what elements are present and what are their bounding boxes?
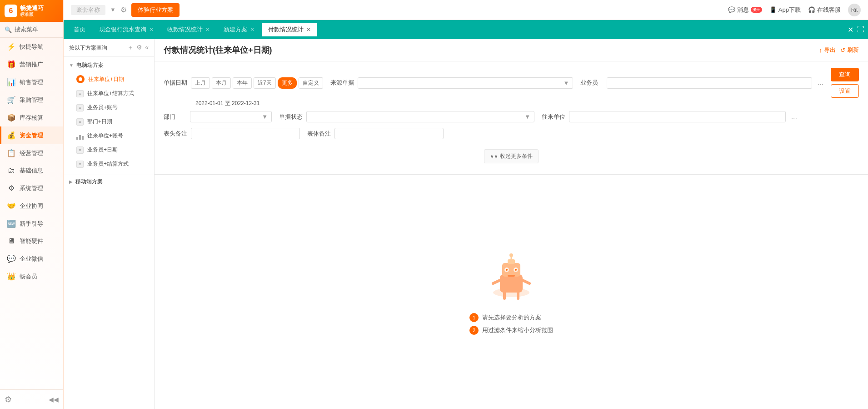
tab-receipt-stats-close[interactable]: ✕ <box>205 26 210 33</box>
sidebar-item-label: 库存核算 <box>20 114 43 122</box>
collapse-button[interactable]: ∧∧ 收起更多条件 <box>484 149 539 163</box>
tab-home[interactable]: 首页 <box>67 23 92 36</box>
page-header: 付款情况统计(往来单位+日期) ↑ 导出 ↺ 刷新 <box>155 39 868 61</box>
source-select[interactable]: ▼ <box>358 77 574 89</box>
date-btn-custom[interactable]: 自定义 <box>299 77 323 89</box>
sidebar-item-quick-nav[interactable]: ⚡ 快捷导航 <box>0 38 63 56</box>
salesman-input[interactable] <box>607 77 812 89</box>
partner-dots[interactable]: ... <box>791 113 797 121</box>
sidebar-search-label: 搜索菜单 <box>15 25 38 34</box>
system-icon: ⚙ <box>7 184 16 192</box>
date-btn-last-month[interactable]: 上月 <box>191 77 210 89</box>
sidebar-item-inventory[interactable]: 📦 库存核算 <box>0 109 63 126</box>
step-2-number: 2 <box>469 326 479 335</box>
dept-select[interactable]: ▼ <box>190 111 272 122</box>
sidebar-item-system[interactable]: ⚙ 系统管理 <box>0 179 63 197</box>
tab-new-scheme-close[interactable]: ✕ <box>250 26 254 33</box>
sidebar-item-marketing[interactable]: 🎁 营销推广 <box>0 56 63 73</box>
tab-expand-icon[interactable]: ⛶ <box>857 25 864 34</box>
user-avatar: Rit <box>848 4 861 16</box>
scheme-item-label: 业务员+账号 <box>87 104 118 111</box>
scheme-mobile-group-title[interactable]: ▶ 移动端方案 <box>64 175 154 188</box>
source-dropdown-icon: ▼ <box>563 80 569 86</box>
scheme-settings-icon[interactable]: ⚙ <box>136 44 142 52</box>
table-body-input[interactable] <box>334 128 444 139</box>
user-item[interactable]: Rit <box>848 4 861 16</box>
partner-input[interactable] <box>569 111 786 122</box>
scheme-item-partner-account[interactable]: 往来单位+账号 <box>64 129 154 143</box>
scheme-item-salesman-date[interactable]: ≡ 业务员+日期 <box>64 143 154 157</box>
refresh-button[interactable]: ↺ 刷新 <box>840 46 859 54</box>
scheme-add-icon[interactable]: ＋ <box>127 44 134 52</box>
messages-icon: 💬 <box>728 6 735 13</box>
sidebar-item-enterprise[interactable]: 🤝 企业协同 <box>0 197 63 215</box>
date-btn-more[interactable]: 更多 <box>278 77 297 89</box>
sidebar-settings-icon[interactable]: ⚙ <box>5 394 12 404</box>
date-btn-last7[interactable]: 近7天 <box>254 77 276 89</box>
filter-dept-item: 部门 ▼ <box>164 111 272 122</box>
guide-icon: 🆕 <box>7 219 16 228</box>
export-button[interactable]: ↑ 导出 <box>819 46 836 54</box>
scheme-item-salesman-settle[interactable]: ≡ 业务员+结算方式 <box>64 157 154 171</box>
sidebar-item-label: 企业协同 <box>20 202 43 210</box>
sidebar-collapse-icon[interactable]: ◀◀ <box>49 396 59 403</box>
sidebar-item-wechat[interactable]: 💬 企业微信 <box>0 250 63 268</box>
basic-info-icon: 🗂 <box>7 167 16 175</box>
wechat-icon: 💬 <box>7 254 16 263</box>
sidebar-item-guide[interactable]: 🆕 新手引导 <box>0 215 63 232</box>
table-head-input[interactable] <box>191 128 300 139</box>
messages-label: 消息 <box>737 6 749 14</box>
header-dropdown-icon[interactable]: ▼ <box>110 6 116 13</box>
scheme-mobile-group: ▶ 移动端方案 <box>64 173 154 190</box>
filter-source-item: 来源单据 ▼ <box>330 77 574 89</box>
online-service-item[interactable]: 🎧 在线客服 <box>808 6 841 14</box>
app-download-item[interactable]: 📱 App下载 <box>769 6 801 14</box>
table-head-label: 表头备注 <box>164 130 187 138</box>
sidebar-item-finance[interactable]: 💰 资金管理 <box>0 126 63 144</box>
svg-point-6 <box>515 269 517 271</box>
scheme-collapse-icon[interactable]: « <box>145 44 149 52</box>
scheme-item-dept-date[interactable]: ≡ 部门+日期 <box>64 115 154 129</box>
sidebar-item-member[interactable]: 👑 畅会员 <box>0 268 63 285</box>
sidebar-item-basic-info[interactable]: 🗂 基础信息 <box>0 162 63 179</box>
tab-receipt-stats[interactable]: 收款情况统计 ✕ <box>161 23 216 36</box>
date-range-display: 2022-01-01 至 2022-12-31 <box>194 100 859 107</box>
trial-button[interactable]: 体验行业方案 <box>131 3 180 17</box>
scheme-pc-group-title[interactable]: ▼ 电脑端方案 <box>64 59 154 72</box>
messages-item[interactable]: 💬 消息 99+ <box>728 6 762 14</box>
tab-bank-flow-close[interactable]: ✕ <box>149 26 154 33</box>
tab-bank-flow[interactable]: 现金银行流水查询 ✕ <box>93 23 160 36</box>
scheme-item-salesman-account[interactable]: ≡ 业务员+账号 <box>64 101 154 115</box>
sales-icon: 📊 <box>7 78 16 86</box>
sidebar-search[interactable]: 🔍 搜索菜单 <box>0 22 63 38</box>
step-1-text: 请先选择要分析的方案 <box>482 313 541 322</box>
tab-payment-stats-close[interactable]: ✕ <box>306 26 311 33</box>
date-btn-this-year[interactable]: 本年 <box>233 77 252 89</box>
sidebar-item-smart[interactable]: 🖥 智能硬件 <box>0 232 63 250</box>
date-btn-this-month[interactable]: 本月 <box>212 77 231 89</box>
purchase-icon: 🛒 <box>7 96 16 104</box>
header-gear-icon[interactable]: ⚙ <box>120 5 127 14</box>
filter-right-group-1: 来源单据 ▼ 业务员 ... <box>330 77 823 89</box>
salesman-dots[interactable]: ... <box>818 79 823 87</box>
refresh-icon: ↺ <box>840 47 845 54</box>
tab-new-scheme[interactable]: 新建方案 ✕ <box>217 23 261 36</box>
tab-payment-stats-label: 付款情况统计 <box>268 25 304 34</box>
tab-close-all-icon[interactable]: ✕ <box>848 25 853 34</box>
logo-name: 畅捷通巧 <box>20 5 44 12</box>
scheme-item-partner-date[interactable]: 往来单位+日期 <box>64 72 154 86</box>
sidebar-item-operations[interactable]: 📋 经营管理 <box>0 144 63 162</box>
sidebar-item-label: 畅会员 <box>20 273 37 281</box>
docstatus-select[interactable]: ▼ <box>306 111 534 122</box>
step-1-number: 1 <box>469 313 479 322</box>
scheme-item-partner-settle[interactable]: ≡ 往来单位+结算方式 <box>64 86 154 101</box>
query-button[interactable]: 查询 <box>831 68 859 81</box>
sidebar-item-sales[interactable]: 📊 销售管理 <box>0 73 63 91</box>
filter-settings-button[interactable]: 设置 <box>831 84 859 98</box>
marketing-icon: 🎁 <box>7 60 16 69</box>
tab-payment-stats[interactable]: 付款情况统计 ✕ <box>262 23 317 36</box>
sidebar-item-purchase[interactable]: 🛒 采购管理 <box>0 91 63 109</box>
inventory-icon: 📦 <box>7 113 16 122</box>
filter-actions: 查询 设置 <box>831 68 859 98</box>
sidebar-footer: ⚙ ◀◀ <box>0 389 63 409</box>
